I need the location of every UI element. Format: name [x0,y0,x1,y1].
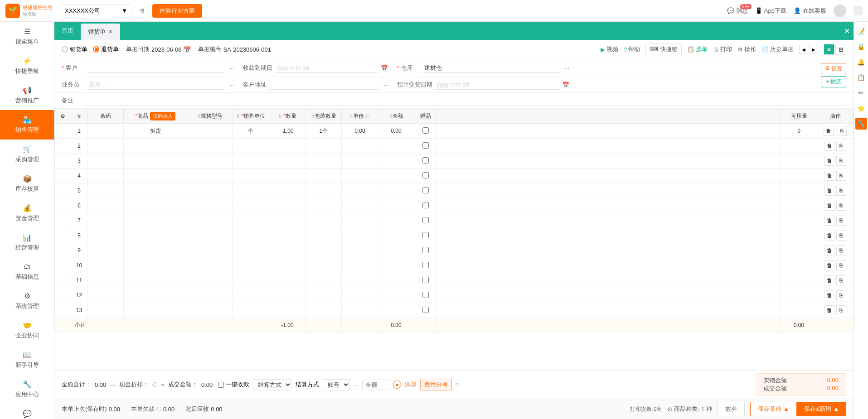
gift-checkbox[interactable] [422,292,429,298]
radio-return-order[interactable]: 退货单 [93,45,119,53]
one-click-payment[interactable]: 一键收款 [218,380,249,389]
one-click-checkbox[interactable] [218,382,224,388]
company-selector[interactable]: XXXXXX公司 ▼ [60,5,132,17]
spec-sort-icon[interactable]: ⇅ [197,114,201,119]
video-action[interactable]: ▶ 视频 [601,45,618,53]
copy-row-button[interactable]: ⎘ [836,305,846,315]
price-sort-icon[interactable]: ⇅ [349,114,353,119]
delete-row-button[interactable]: 🗑 [824,290,834,300]
gift-checkbox[interactable] [422,187,429,193]
price-info-icon[interactable]: ⓘ [365,113,370,119]
copy-row-button[interactable]: ⎘ [836,141,846,151]
tab-close-icon[interactable]: ✕ [108,29,113,35]
right-btn-3[interactable]: 🔔 [855,56,867,68]
abandon-button[interactable]: 放弃 [718,402,745,416]
gift-checkbox[interactable] [422,127,429,134]
help-action[interactable]: ? 帮助 [624,45,640,53]
row-barcode[interactable] [87,124,124,139]
customer-dots-icon[interactable]: ··· [229,65,234,72]
debt-info-icon[interactable]: ⓘ [156,406,161,413]
payment-account-select[interactable]: 账号 [323,379,350,390]
sidebar-item-ops[interactable]: 📊 经营管理 [0,228,54,257]
delete-row-button[interactable]: 🗑 [824,186,834,196]
radio-sale-order[interactable]: 销货单 [62,45,87,53]
sidebar-item-search[interactable]: ☰ 搜索菜单 [0,22,54,51]
warehouse-dots-icon[interactable]: ··· [564,65,569,72]
gift-checkbox[interactable] [422,172,429,178]
tab-bar-close-icon[interactable]: ✕ [844,27,850,35]
service-button[interactable]: 👤 在线客服 [794,7,826,15]
sidebar-item-guide[interactable]: 📖 新手引导 [0,345,54,375]
history-action[interactable]: 📄 历史单据 [761,45,794,53]
pkg-sort-icon[interactable]: ⇅ [311,114,315,119]
avatar[interactable] [834,5,846,17]
delete-row-button[interactable]: 🗑 [824,141,834,151]
row-gift[interactable] [414,124,437,139]
sidebar-item-base[interactable]: 🗂 基础信息 [0,257,54,286]
account-dots-icon[interactable]: ··· [354,381,359,388]
staff-dots-icon[interactable]: ··· [229,82,234,88]
right-btn-7[interactable]: 🔧 [855,118,867,130]
expected-calendar-icon[interactable]: 📅 [562,82,569,88]
gift-checkbox[interactable] [422,202,429,208]
warehouse-input[interactable] [422,63,560,73]
app-download-button[interactable]: 📱 App下载 [755,7,786,15]
copy-row-button[interactable]: ⎘ [836,171,846,181]
save-draft-button[interactable]: 保存草稿 ▲ [750,402,797,416]
cost-allocation-button[interactable]: 费用分摊 [420,379,452,390]
gift-checkbox[interactable] [422,307,429,313]
payment-help-icon[interactable]: ? [456,381,459,388]
sidebar-item-apps[interactable]: 🔧 应用中心 [0,375,54,404]
grid-view-button[interactable]: ⊞ [835,44,846,55]
customer-addr-input[interactable] [269,80,378,90]
delete-row-button[interactable]: 🗑 [824,201,834,211]
sidebar-item-wechat[interactable]: 💬 企业微信 [0,404,54,419]
gift-checkbox[interactable] [422,262,429,268]
row-qty[interactable]: -1.00 [269,124,305,139]
save-new-button[interactable]: 保存&新增 ▲ [797,402,846,416]
payment-due-input[interactable] [275,63,378,73]
gift-checkbox[interactable] [422,157,429,164]
calendar-icon[interactable]: 📅 [184,46,191,53]
th-settings[interactable]: ⚙ [55,109,71,124]
delete-row-button[interactable]: 🗑 [824,275,834,285]
gift-checkbox[interactable] [422,232,429,238]
delete-row-button[interactable]: 🗑 [824,126,834,136]
tab-sales-order[interactable]: 销货单 ✕ [81,24,120,40]
product-type-radio-icon[interactable]: ⊙ [667,406,672,413]
settings-button[interactable]: ⚙ 设置 [821,63,846,74]
sidebar-item-system[interactable]: ⚙ 系统管理 [0,286,54,316]
copy-row-button[interactable]: ⎘ [836,216,846,226]
select-order-button[interactable]: 📋 选单 [687,45,708,53]
discount-info-icon[interactable]: ⓘ [152,381,157,388]
copy-row-button[interactable]: ⎘ [836,201,846,211]
logistics-button[interactable]: + 物流 [821,76,846,87]
right-btn-5[interactable]: ✏ [855,87,867,99]
gift-checkbox[interactable] [422,277,429,283]
copy-row-button[interactable]: ⎘ [836,156,846,166]
expected-date-input[interactable] [435,80,559,90]
nav-next-button[interactable]: ▶ [809,45,818,54]
copy-row-button[interactable]: ⎘ [837,126,847,136]
delete-row-button[interactable]: 🗑 [824,246,834,255]
customer-input[interactable] [87,63,224,73]
sidebar-item-inventory[interactable]: 📦 库存核算 [0,169,54,198]
settings-icon[interactable]: ⚙ [136,5,149,17]
right-btn-1[interactable]: 📝 [855,25,867,37]
right-btn-2[interactable]: 🔒 [855,41,867,53]
sidebar-item-purchase[interactable]: 🛒 采购管理 [0,140,54,169]
delete-row-button[interactable]: 🗑 [824,305,834,315]
amount-sort-icon[interactable]: ⇅ [389,114,393,119]
operate-action[interactable]: ⚙ 操作 [737,45,756,53]
gift-checkbox[interactable] [422,247,429,253]
add-payment-button[interactable]: ● [393,380,401,389]
copy-row-button[interactable]: ⎘ [836,290,846,300]
notes-input[interactable] [84,96,846,106]
shortcut-button[interactable]: ⌨ 快捷键 [645,43,681,55]
copy-row-button[interactable]: ⎘ [836,275,846,285]
unit-sort-icon[interactable]: ⇅ [236,114,240,119]
print-action[interactable]: 🖨 打印 [713,45,732,53]
payment-amount-input[interactable] [362,380,389,390]
trial-button[interactable]: 体验行业方案 [152,4,202,18]
qty-sort-icon[interactable]: ⇅ [278,114,282,119]
